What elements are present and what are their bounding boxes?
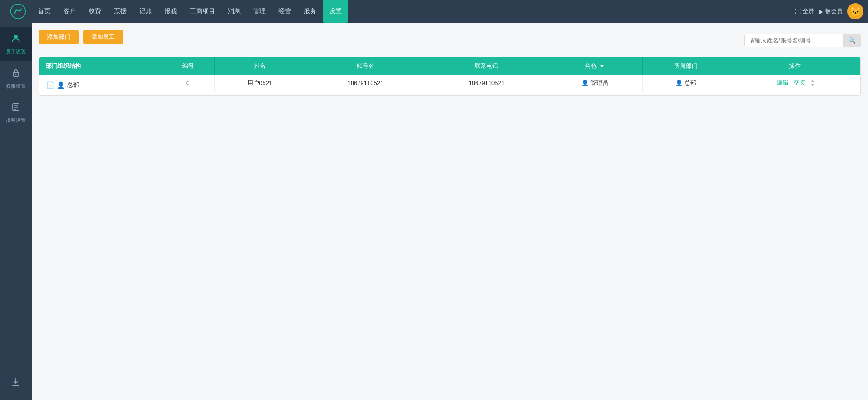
nav-accounting[interactable]: 记账 xyxy=(133,0,158,23)
report-icon xyxy=(11,102,21,114)
table-row: 0 用户0521 18679110521 18679110521 👤 管理员 xyxy=(161,75,860,92)
member-icon: ▶ xyxy=(819,8,823,15)
svg-point-1 xyxy=(14,35,18,38)
person-icon xyxy=(11,33,21,46)
dept-tree: 部门组织结构 📄 👤 总部 xyxy=(39,57,161,95)
col-dept: 所属部门 xyxy=(642,57,729,75)
nav-service[interactable]: 服务 xyxy=(297,0,323,23)
scroll-down-arrow[interactable]: ▼ xyxy=(811,83,815,88)
search-button[interactable]: 🔍 xyxy=(844,34,861,47)
member-btn[interactable]: ▶ 畅会员 xyxy=(819,7,843,15)
search-input[interactable] xyxy=(744,34,844,47)
svg-point-0 xyxy=(11,4,25,19)
avatar[interactable]: 🐱 xyxy=(847,3,863,19)
nav-tax[interactable]: 报税 xyxy=(158,0,184,23)
svg-point-3 xyxy=(15,74,17,75)
col-name: 姓名 xyxy=(215,57,305,75)
role-badge: 👤 管理员 xyxy=(581,79,608,87)
col-id: 编号 xyxy=(161,57,215,75)
row-scroll-arrows: ▲ ▼ xyxy=(811,79,815,88)
sidebar-item-download[interactable] xyxy=(0,371,32,395)
col-phone: 联系电话 xyxy=(426,57,547,75)
edit-button[interactable]: 编辑 xyxy=(777,79,788,86)
add-employee-button[interactable]: 添加员工 xyxy=(83,30,123,44)
cell-account: 18679110521 xyxy=(305,75,426,92)
col-role: 角色 ▼ xyxy=(547,57,642,75)
dept-badge: 👤 总部 xyxy=(675,79,696,87)
sidebar-taxreport-label: 报税设置 xyxy=(6,117,26,124)
sidebar-item-permission[interactable]: 权限设置 xyxy=(0,61,32,96)
search-icon: 🔍 xyxy=(848,37,856,44)
dept-tree-header: 部门组织结构 xyxy=(39,57,161,75)
dept-item-label: 总部 xyxy=(67,81,79,89)
nav-bizproject[interactable]: 工商项目 xyxy=(184,0,222,23)
nav-settings[interactable]: 设置 xyxy=(323,0,348,23)
nav-fee[interactable]: 收费 xyxy=(82,0,108,23)
content-wrapper: 添加部门 添加员工 🔍 部门组织结构 xyxy=(39,30,861,96)
member-label: 畅会员 xyxy=(825,7,843,15)
transfer-button[interactable]: 交接 xyxy=(794,79,806,86)
main-layout: 员工设置 权限设置 报税设置 xyxy=(0,23,868,400)
col-account: 账号名 xyxy=(305,57,426,75)
nav-operation[interactable]: 经营 xyxy=(272,0,297,23)
download-icon xyxy=(11,377,21,389)
employee-area: 部门组织结构 📄 👤 总部 编号 xyxy=(39,57,861,96)
cell-phone: 18679110521 xyxy=(426,75,547,92)
nav-manage[interactable]: 管理 xyxy=(247,0,272,23)
action-buttons: 添加部门 添加员工 xyxy=(39,30,123,44)
logo xyxy=(5,0,32,23)
cell-id: 0 xyxy=(161,75,215,92)
cell-dept: 👤 总部 xyxy=(642,75,729,92)
nav-right: ⛶ 全屏 ▶ 畅会员 🐱 xyxy=(795,3,863,19)
table-header-row: 编号 姓名 账号名 联系电话 角色 ▼ 所属部门 操作 xyxy=(161,57,860,75)
sidebar: 员工设置 权限设置 报税设置 xyxy=(0,23,32,400)
nav-home[interactable]: 首页 xyxy=(32,0,57,23)
content: 添加部门 添加员工 🔍 部门组织结构 xyxy=(32,23,868,400)
add-dept-button[interactable]: 添加部门 xyxy=(39,30,79,44)
fullscreen-icon: ⛶ xyxy=(795,8,801,15)
lock-icon xyxy=(11,68,21,80)
sidebar-item-taxreport[interactable]: 报税设置 xyxy=(0,96,32,130)
fullscreen-label: 全屏 xyxy=(802,7,814,15)
sidebar-employee-label: 员工设置 xyxy=(6,48,26,55)
col-ops: 操作 xyxy=(729,57,861,75)
nav-message[interactable]: 消息 xyxy=(222,0,247,23)
dept-tree-body: 📄 👤 总部 xyxy=(39,75,161,95)
search-bar: 🔍 xyxy=(744,34,861,47)
cell-name: 用户0521 xyxy=(215,75,305,92)
nav-items: 首页 客户 收费 票据 记账 报税 工商项目 消息 管理 经营 服务 设置 xyxy=(32,0,795,23)
top-nav: 首页 客户 收费 票据 记账 报税 工商项目 消息 管理 经营 服务 设置 ⛶ … xyxy=(0,0,868,23)
employee-table: 编号 姓名 账号名 联系电话 角色 ▼ 所属部门 操作 xyxy=(161,57,860,95)
cell-ops: 编辑 交接 ▲ ▼ xyxy=(729,75,861,92)
nav-client[interactable]: 客户 xyxy=(57,0,82,23)
role-user-icon: 👤 xyxy=(581,80,589,86)
dept-user-icon: 👤 xyxy=(675,80,683,86)
employee-data-table: 编号 姓名 账号名 联系电话 角色 ▼ 所属部门 操作 xyxy=(161,57,860,92)
nav-invoice[interactable]: 票据 xyxy=(108,0,133,23)
dept-item-headquarters[interactable]: 📄 👤 总部 xyxy=(45,78,156,92)
sidebar-permission-label: 权限设置 xyxy=(6,83,26,89)
file-icon: 📄 xyxy=(47,81,54,89)
cell-role: 👤 管理员 xyxy=(547,75,642,92)
fullscreen-btn[interactable]: ⛶ 全屏 xyxy=(795,7,814,15)
sidebar-bottom xyxy=(0,371,32,400)
sidebar-item-employee[interactable]: 员工设置 xyxy=(0,27,32,61)
role-filter-icon[interactable]: ▼ xyxy=(599,63,604,69)
user-icon: 👤 xyxy=(57,81,65,89)
